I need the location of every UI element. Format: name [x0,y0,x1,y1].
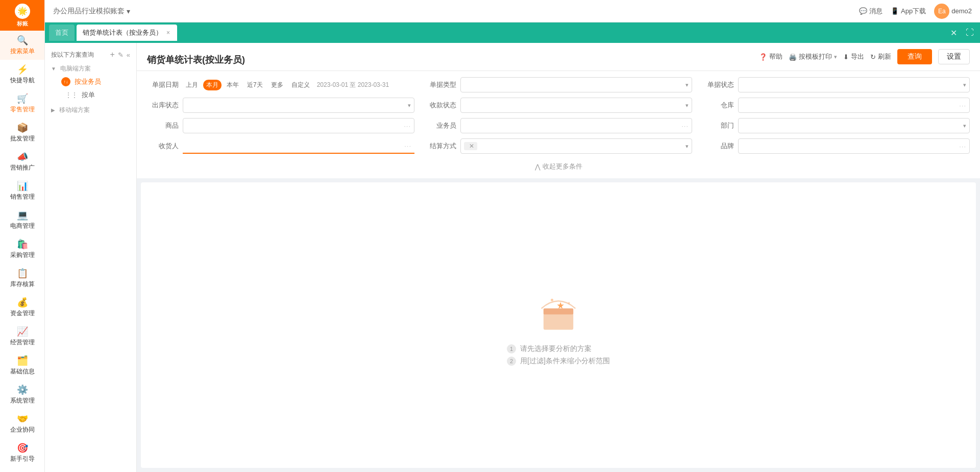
mobile-arrow-icon: ▶ [51,107,55,113]
mobile-section-label: 移动端方案 [59,106,90,114]
date-range: 2023-03-01 至 2023-03-31 [317,81,389,89]
finance-icon: 💰 [17,297,28,308]
page-header-actions: ❓ 帮助 🖨️ 按模板打印 ▾ ⬇ 导出 ↻ 刷新 [759,49,970,70]
window-close-btn[interactable]: ✕ [947,27,960,39]
sidebar-item-label: 搜索菜单 [10,47,35,56]
topbar: 办公用品行业模拟账套 ▾ 💬 消息 📱 App下载 Ea demo2 [45,0,980,22]
dept-label: 部门 [702,121,738,130]
sidebar-item-marketing[interactable]: 📣 营销推广 [0,147,45,176]
tree-arrow-icon: ▼ [51,66,56,72]
tab-close-icon[interactable]: × [165,29,171,36]
date-tab-thisyear[interactable]: 本年 [224,80,242,90]
warehouse-input[interactable]: ··· [738,98,970,113]
tab-active[interactable]: 销货单统计表（按业务员） × [77,25,177,41]
empty-icon [533,285,584,336]
paystatus-dropdown[interactable]: ▾ [460,98,692,113]
warehouse-dots-icon: ··· [959,102,966,109]
search-icon: 🔍 [17,35,28,46]
purchase-icon: 🛍️ [17,239,28,250]
window-expand-btn[interactable]: ⛶ [964,27,976,39]
doctype-dropdown[interactable]: ▾ [460,77,692,92]
brand-dots-icon: ··· [959,143,966,150]
export-btn[interactable]: ⬇ 导出 [843,52,864,61]
desktop-section-label: 电脑端方案 [60,64,91,73]
sidebar-item-label: 基础信息 [10,367,35,376]
add-scheme-btn[interactable]: + [110,50,114,59]
app-download-label: App下载 [901,7,926,16]
wholesale-icon: 📦 [17,122,28,133]
salesperson-dots-icon: ··· [681,122,689,130]
filter-row-3: 商品 ··· 业务员 ··· [147,118,970,133]
date-tab-more[interactable]: 更多 [268,80,286,90]
tip-text-2: 用[过滤]条件来缩小分析范围 [520,357,610,366]
sidebar-item-ops[interactable]: 📈 经营管理 [0,322,45,351]
edit-scheme-btn[interactable]: ✎ [118,51,124,59]
consignee-input[interactable]: ··· [183,138,414,154]
filter-col-warehouse: 仓库 ··· [702,98,970,113]
user-menu[interactable]: Ea demo2 [934,4,972,19]
logo-icon: 🌟 [15,4,30,19]
sidebar-item-ecom[interactable]: 💻 电商管理 [0,205,45,234]
sidebar-item-retail[interactable]: 🛒 零售管理 [0,89,45,118]
settlement-dropdown[interactable]: ✕ ▾ [460,138,692,154]
sidebar-item-newbie[interactable]: 🎯 新手引导 [0,438,45,467]
docstatus-dropdown[interactable]: ▾ [738,77,970,92]
active-scheme-icon: ↑↓ [61,77,70,86]
filter-col-consignee: 收货人 ··· [147,138,414,154]
sidebar-item-purchase[interactable]: 🛍️ 采购管理 [0,234,45,264]
print-dropdown-icon: ▾ [834,54,837,60]
tree-item-salesperson[interactable]: ↑↓ 按业务员 [45,75,136,88]
left-panel-icons: + ✎ « [110,50,130,59]
stock-icon: 📋 [17,268,28,279]
query-btn[interactable]: 查询 [897,49,932,64]
shortcut-icon: ⚡ [17,64,28,75]
message-btn[interactable]: 💬 消息 [859,7,883,16]
app-download-btn[interactable]: 📱 App下载 [891,7,926,16]
sidebar-item-appstore[interactable]: 🔲 应用中心 [0,467,45,472]
salesperson-scheme-label: 按业务员 [75,77,101,86]
setting-btn[interactable]: 设置 [938,49,970,64]
date-tab-custom[interactable]: 自定义 [288,80,313,90]
filter-col-settlement: 结算方式 ✕ ▾ [425,138,692,154]
tabbar: 首页 销货单统计表（按业务员） × ✕ ⛶ [45,22,980,43]
sidebar-item-label: 销售管理 [10,193,35,201]
export-label: 导出 [851,52,864,61]
date-tab-7days[interactable]: 近7天 [244,80,266,90]
refresh-btn[interactable]: ↻ 刷新 [870,52,891,61]
message-icon: 💬 [859,7,867,15]
sidebar-item-shortcut[interactable]: ⚡ 快捷导航 [0,60,45,89]
goods-input[interactable]: ··· [183,118,414,133]
warehouse-label: 仓库 [702,101,738,110]
filter-col-doctype: 单据类型 ▾ [425,77,692,92]
help-btn[interactable]: ❓ 帮助 [759,52,782,61]
collapse-up-icon: ⋀ [535,163,541,171]
tabbar-actions: ✕ ⛶ [947,27,976,39]
date-tabs: 上月 本月 本年 近7天 更多 自定义 [183,80,313,90]
sidebar-item-sales[interactable]: 📊 销售管理 [0,176,45,205]
collapse-btn[interactable]: ⋀ 收起更多条件 [535,162,582,171]
sidebar-item-stock[interactable]: 📋 库存核算 [0,264,45,293]
empty-tips: 1 请先选择要分析的方案 2 用[过滤]条件来缩小分析范围 [507,344,610,366]
sidebar-item-search[interactable]: 🔍 搜索菜单 [0,31,45,60]
collapse-panel-btn[interactable]: « [127,51,130,59]
settlement-tag-close[interactable]: ✕ [469,143,474,150]
sidebar-item-corp[interactable]: 🤝 企业协同 [0,409,45,438]
tab-home[interactable]: 首页 [49,25,75,41]
salesperson-input[interactable]: ··· [460,118,692,133]
app-name-dropdown[interactable]: 办公用品行业模拟账套 ▾ [53,7,130,16]
tree-desktop-section: ▼ 电脑端方案 [45,62,136,75]
print-btn[interactable]: 🖨️ 按模板打印 ▾ [789,52,837,61]
date-tab-thismonth[interactable]: 本月 [203,80,222,90]
brand-label: 品牌 [702,141,738,151]
dept-dropdown[interactable]: ▾ [738,118,970,133]
sidebar-item-system[interactable]: ⚙️ 系统管理 [0,380,45,409]
outstatus-dropdown[interactable]: ▾ [183,98,414,113]
sidebar-item-wholesale[interactable]: 📦 批发管理 [0,118,45,147]
sidebar-item-basic[interactable]: 🗂️ 基础信息 [0,351,45,380]
sidebar: 🌟 标账 🔍 搜索菜单 ⚡ 快捷导航 🛒 零售管理 📦 批发管理 📣 营销推广 … [0,0,45,472]
sidebar-item-finance[interactable]: 💰 资金管理 [0,293,45,322]
tree-item-by-order[interactable]: ⋮⋮ 按单 [45,88,136,102]
date-tab-lastmonth[interactable]: 上月 [183,80,201,90]
brand-input[interactable]: ··· [738,138,970,154]
settlement-dropdown-icon: ▾ [685,143,689,150]
